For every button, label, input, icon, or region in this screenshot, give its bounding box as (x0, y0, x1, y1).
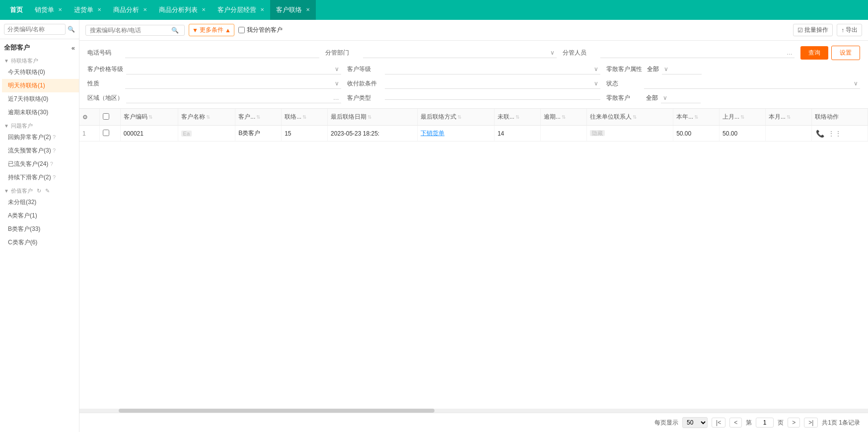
query-button[interactable]: 查询 (800, 46, 828, 60)
last-month-sort[interactable]: 上月... ⇅ (723, 113, 762, 121)
contacts-sort[interactable]: 联络... ⇅ (285, 113, 324, 121)
sidebar-item-churn-warning[interactable]: 流失预警客户(3) ? (2, 144, 79, 157)
value-refresh-icon[interactable]: ↻ (37, 188, 41, 194)
uncontact-sort[interactable]: 未联... ⇅ (498, 113, 537, 121)
sidebar-item-class-c[interactable]: C类客户(6) (2, 236, 79, 249)
sidebar-search-area: 🔍 (0, 20, 79, 39)
next-page-btn[interactable]: > (788, 418, 800, 428)
my-customers-checkbox[interactable] (238, 27, 245, 33)
nav-purchase-close-icon[interactable]: ✕ (97, 0, 101, 20)
filter-customer-level: 客户等级 ∨ (347, 64, 601, 74)
nav-purchase[interactable]: 进货单 ✕ (68, 0, 107, 20)
customer-type-sort[interactable]: 客户... ⇅ (238, 113, 278, 121)
this-month-sort[interactable]: 本月... ⇅ (769, 113, 808, 121)
nav-goods-list-close-icon[interactable]: ✕ (202, 0, 206, 20)
my-customers-checkbox-label[interactable]: 我分管的客户 (238, 26, 283, 34)
sidebar-value-group[interactable]: ▼ 价值客户 ↻ ✎ (0, 184, 79, 196)
sidebar-item-churned[interactable]: 已流失客户(24) ? (2, 157, 79, 171)
overdue-sort[interactable]: 逾期... ⇅ (544, 113, 583, 121)
sidebar-item-unclassified[interactable]: 未分组(32) (2, 196, 79, 209)
nav-goods-analysis-close-icon[interactable]: ✕ (143, 0, 147, 20)
manager-dots-icon[interactable]: … (787, 49, 793, 56)
customer-type-select[interactable] (385, 96, 601, 100)
sidebar-item-today[interactable]: 今天待联络(0) (2, 66, 79, 79)
row-checkbox[interactable] (103, 130, 109, 136)
area-label: 区域（地区） (87, 94, 123, 102)
last-date-sort-icon: ⇅ (367, 114, 371, 120)
value-section-label: 价值客户 (11, 187, 33, 195)
sidebar-item-tomorrow[interactable]: 明天待联络(1) (2, 79, 79, 92)
nav-customer-layer[interactable]: 客户分层经营 ✕ (212, 0, 270, 20)
more-conditions-btn[interactable]: ▼ 更多条件 ▲ (189, 24, 234, 36)
table-row: 1 000021 Ea B类客户 15 2023-05-23 18:25: 下销… (79, 126, 868, 142)
sidebar-pending-group[interactable]: ▼ 待联络客户 (0, 54, 79, 66)
select-all-checkbox[interactable] (103, 113, 109, 120)
nav-goods-list[interactable]: 商品分析列表 ✕ (153, 0, 212, 20)
sidebar-item-overdue[interactable]: 逾期未联络(30) (2, 106, 79, 119)
gender-select[interactable]: ∨ (125, 78, 341, 89)
retail-attr-select[interactable]: ∨ (662, 64, 702, 74)
last-page-btn[interactable]: >| (804, 418, 818, 428)
nav-sales[interactable]: 销货单 ✕ (29, 0, 68, 20)
filter-dept: 分管部门 ∨ (325, 48, 557, 58)
first-page-btn[interactable]: |< (712, 418, 725, 428)
phone-input[interactable] (125, 48, 319, 58)
name-sort[interactable]: 客户名称 ⇅ (181, 113, 232, 121)
unit-contact-sort-icon: ⇅ (633, 114, 637, 120)
area-select[interactable]: … (126, 93, 341, 103)
more-action-icon[interactable]: ⋮⋮ (828, 130, 842, 138)
sidebar-item-class-b[interactable]: B类客户(33) (2, 222, 79, 236)
sidebar-problem-group[interactable]: ▼ 问题客户 (0, 119, 79, 131)
area-dots-icon[interactable]: … (333, 94, 339, 101)
unit-contact-sort[interactable]: 往来单位联系人 ⇅ (590, 113, 670, 121)
reset-button[interactable]: 设置 (831, 46, 860, 60)
settings-icon[interactable]: ⚙ (82, 114, 88, 121)
th-settings[interactable]: ⚙ (79, 109, 99, 126)
filter-gender: 性质 ∨ (87, 78, 341, 89)
value-items: 未分组(32) A类客户(1) B类客户(33) C类客户(6) (0, 196, 79, 249)
retail-customer-select[interactable]: ∨ (661, 93, 701, 103)
code-sort[interactable]: 客户编码 ⇅ (124, 113, 175, 121)
status-select[interactable]: ∨ (644, 78, 860, 89)
filter-retail-customer: 零散客户 全部 ∨ (606, 93, 860, 103)
dept-select[interactable]: ∨ (363, 48, 557, 58)
customer-level-select[interactable]: ∨ (385, 64, 601, 74)
last-date-sort[interactable]: 最后联络日期 ⇅ (331, 113, 414, 121)
this-year-sort[interactable]: 本年... ⇅ (676, 113, 716, 121)
nav-customer-contact[interactable]: 客户联络 ✕ (270, 0, 316, 20)
sidebar-item-repurchase-abnormal[interactable]: 回购异常客户(2) ? (2, 131, 79, 144)
sidebar-search-icon[interactable]: 🔍 (68, 26, 75, 33)
retail-customer-label: 零散客户 (606, 94, 641, 102)
search-input[interactable] (90, 27, 169, 34)
th-last-contact-date: 最后联络日期 ⇅ (328, 109, 418, 126)
nav-goods-analysis[interactable]: 商品分析 ✕ (107, 0, 153, 20)
nav-customer-layer-close-icon[interactable]: ✕ (260, 0, 264, 20)
search-icon[interactable]: 🔍 (171, 27, 179, 34)
manager-select[interactable]: … (600, 48, 795, 58)
cell-code: 000021 (120, 126, 178, 142)
payment-select[interactable]: ∨ (385, 78, 601, 89)
nav-home[interactable]: 首页 (4, 0, 29, 20)
sidebar-item-declining[interactable]: 持续下滑客户(2) ? (2, 171, 79, 184)
sidebar-item-class-a[interactable]: A类客户(1) (2, 209, 79, 222)
nav-sales-close-icon[interactable]: ✕ (58, 0, 62, 20)
price-level-select[interactable]: ∨ (126, 64, 341, 74)
sidebar-item-7days[interactable]: 近7天待联络(0) (2, 92, 79, 106)
page-number-input[interactable] (756, 418, 774, 428)
th-name: 客户名称 ⇅ (178, 109, 235, 126)
horizontal-scrollbar[interactable] (79, 409, 868, 413)
batch-action-btn[interactable]: ☑ 批量操作 (793, 24, 833, 36)
last-method-link[interactable]: 下销货单 (421, 130, 444, 137)
export-btn[interactable]: ↑ 导出 (837, 24, 862, 36)
prev-page-btn[interactable]: < (729, 418, 742, 428)
last-method-sort[interactable]: 最后联络方式 ⇅ (421, 113, 491, 121)
nav-customer-contact-close-icon[interactable]: ✕ (306, 0, 310, 20)
content-area: 🔍 ▼ 更多条件 ▲ 我分管的客户 ☑ 批量操作 ↑ 导出 (79, 20, 868, 432)
value-edit-icon[interactable]: ✎ (45, 188, 50, 194)
gender-arrow-icon: ∨ (335, 80, 339, 87)
sidebar-collapse-icon[interactable]: « (72, 44, 75, 52)
page-size-select[interactable]: 50 100 200 (682, 417, 708, 428)
filter-actions: 查询 设置 (800, 46, 860, 60)
sidebar-search-input[interactable] (4, 24, 66, 35)
contact-action-icon[interactable]: 📞 (816, 130, 824, 138)
